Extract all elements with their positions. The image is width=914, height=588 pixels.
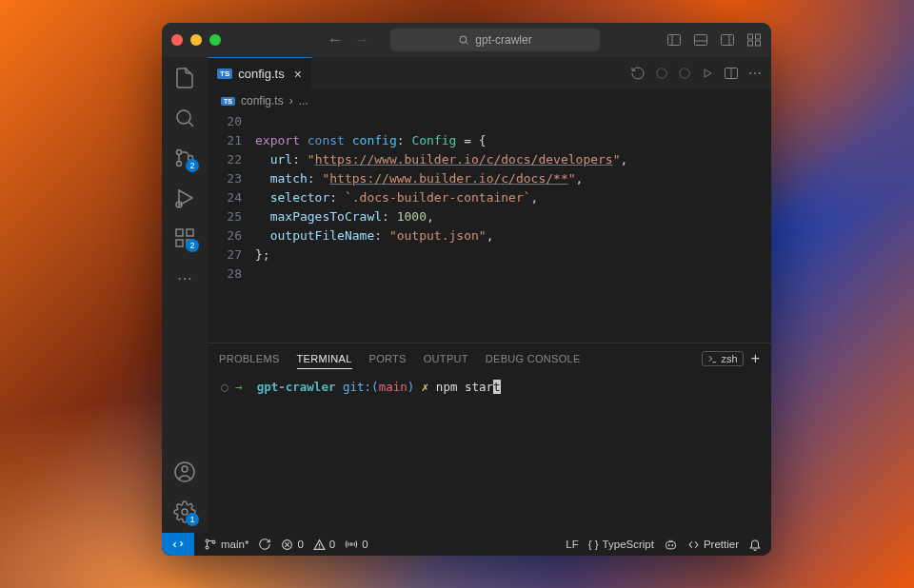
more-icon[interactable]: ⋯ — [173, 266, 196, 289]
scm-badge: 2 — [186, 159, 199, 172]
new-terminal-icon[interactable]: + — [751, 350, 760, 367]
editor-tabs: TS config.ts × ⋯ — [208, 57, 771, 89]
svg-rect-41 — [666, 541, 675, 549]
run-icon[interactable] — [701, 67, 714, 80]
vscode-window: ← → gpt-crawler 2 — [162, 23, 771, 556]
settings-gear-icon[interactable]: 1 — [173, 500, 196, 523]
svg-point-12 — [177, 110, 190, 124]
status-copilot-icon[interactable] — [664, 538, 678, 552]
tab-config-ts[interactable]: TS config.ts × — [208, 57, 312, 89]
tab-debug-console[interactable]: DEBUG CONSOLE — [486, 349, 581, 368]
titlebar: ← → gpt-crawler — [162, 23, 771, 57]
status-sync[interactable] — [258, 538, 271, 551]
svg-point-0 — [460, 36, 467, 43]
split-editor-icon[interactable] — [724, 66, 739, 81]
close-window[interactable] — [171, 34, 183, 46]
search-panel-icon[interactable] — [173, 107, 196, 129]
svg-point-14 — [177, 150, 182, 155]
typescript-icon: TS — [221, 97, 235, 106]
svg-rect-19 — [176, 229, 183, 236]
svg-point-33 — [206, 546, 209, 549]
svg-rect-9 — [756, 34, 761, 39]
maximize-window[interactable] — [209, 34, 221, 46]
svg-rect-20 — [176, 240, 183, 246]
terminal-command: npm star — [436, 380, 493, 394]
status-language[interactable]: { } TypeScript — [588, 539, 654, 550]
toggle-secondary-icon[interactable] — [720, 32, 735, 48]
breadcrumb-file: config.ts — [241, 94, 284, 108]
svg-point-32 — [206, 539, 209, 542]
command-center[interactable]: gpt-crawler — [390, 29, 600, 51]
svg-rect-10 — [748, 41, 753, 46]
run-debug-icon[interactable] — [173, 186, 196, 209]
svg-point-15 — [177, 162, 182, 167]
tab-output[interactable]: OUTPUT — [424, 349, 468, 368]
typescript-icon: TS — [217, 69, 232, 79]
status-bell-icon[interactable] — [748, 538, 762, 551]
remote-indicator[interactable] — [162, 533, 194, 556]
svg-point-24 — [182, 466, 188, 472]
nav-forward-icon: → — [350, 29, 373, 50]
toggle-sidebar-icon[interactable] — [666, 32, 682, 48]
svg-rect-11 — [756, 41, 761, 46]
status-bar: main* 0 0 0 LF { } TypeScript Prettier — [162, 533, 771, 556]
tab-ports[interactable]: PORTS — [369, 349, 407, 368]
search-icon — [458, 34, 469, 46]
svg-rect-22 — [187, 229, 193, 236]
terminal-shell-selector[interactable]: zsh — [702, 351, 744, 366]
extensions-icon[interactable]: 2 — [173, 226, 196, 249]
diff-next-icon[interactable] — [678, 67, 691, 80]
status-prettier[interactable]: Prettier — [687, 539, 739, 551]
terminal-content[interactable]: ○ → gpt-crawler git:(main) ✗ npm start — [208, 374, 771, 533]
svg-point-26 — [657, 69, 667, 79]
svg-rect-2 — [668, 35, 681, 46]
editor-actions: ⋯ — [621, 57, 771, 89]
customize-layout-icon[interactable] — [746, 32, 762, 48]
svg-rect-4 — [695, 35, 707, 46]
svg-marker-28 — [705, 69, 711, 77]
svg-line-13 — [189, 123, 193, 127]
tab-terminal[interactable]: TERMINAL — [297, 349, 352, 369]
status-warnings[interactable]: 0 — [313, 539, 335, 551]
terminal-git-label: git: — [343, 380, 371, 394]
minimize-window[interactable] — [190, 34, 202, 46]
code-editor[interactable]: 202122232425262728 export const config: … — [208, 112, 771, 343]
svg-point-43 — [672, 544, 673, 545]
more-actions-icon[interactable]: ⋯ — [748, 66, 762, 81]
nav-back-icon[interactable]: ← — [324, 29, 347, 50]
svg-line-1 — [467, 42, 468, 44]
explorer-icon[interactable] — [173, 67, 196, 89]
reload-icon[interactable] — [630, 66, 646, 81]
source-control-icon[interactable]: 2 — [173, 147, 196, 169]
bottom-panel: PROBLEMS TERMINAL PORTS OUTPUT DEBUG CON… — [208, 343, 771, 533]
terminal-icon — [707, 354, 718, 364]
code-content[interactable]: export const config: Config = { url: "ht… — [255, 112, 771, 343]
terminal-branch: main — [379, 380, 407, 394]
status-branch[interactable]: main* — [204, 538, 248, 551]
breadcrumbs[interactable]: TS config.ts › ... — [208, 89, 771, 112]
svg-point-40 — [350, 543, 352, 545]
status-radio[interactable]: 0 — [345, 538, 368, 551]
search-text: gpt-crawler — [475, 33, 531, 47]
status-eol[interactable]: LF — [566, 539, 578, 550]
svg-rect-8 — [748, 34, 753, 39]
prompt-marker: ○ — [221, 380, 228, 394]
activity-bar: 2 2 ⋯ 1 — [162, 57, 208, 533]
window-controls — [171, 34, 221, 46]
accounts-icon[interactable] — [173, 461, 196, 483]
tab-label: config.ts — [238, 67, 284, 81]
editor-group: TS config.ts × ⋯ TS config.ts › ... — [208, 57, 771, 533]
tab-problems[interactable]: PROBLEMS — [219, 349, 280, 368]
svg-rect-6 — [722, 35, 734, 46]
toggle-panel-icon[interactable] — [693, 32, 708, 48]
svg-point-27 — [680, 69, 690, 79]
status-errors[interactable]: 0 — [281, 539, 303, 551]
settings-badge: 1 — [186, 513, 199, 526]
diff-prev-icon[interactable] — [655, 67, 668, 80]
layout-controls — [666, 32, 762, 48]
svg-point-42 — [668, 544, 669, 545]
close-tab-icon[interactable]: × — [294, 67, 302, 82]
line-numbers: 202122232425262728 — [208, 112, 255, 343]
terminal-cursor: t — [493, 380, 501, 394]
svg-point-39 — [319, 547, 320, 548]
